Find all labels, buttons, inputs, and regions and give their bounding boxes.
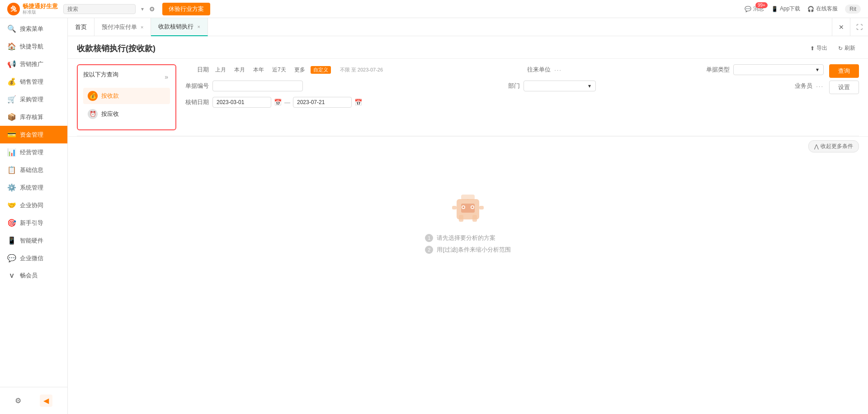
sidebar-item-quick-nav[interactable]: 🏠 快捷导航 bbox=[0, 38, 67, 55]
sidebar-label-marketing: 营销推广 bbox=[20, 60, 43, 68]
last-month-btn[interactable]: 上月 bbox=[212, 65, 229, 75]
tab-writeoff[interactable]: 收款核销执行 × bbox=[151, 18, 208, 36]
filter-receivable-label: 按应收 bbox=[101, 110, 119, 118]
start-cal-icon[interactable]: 📅 bbox=[274, 99, 282, 106]
headset-icon: 🎧 bbox=[807, 6, 814, 12]
industry-btn[interactable]: 休验行业方案 bbox=[162, 3, 210, 15]
tip-text-2: 用[过滤]条件来缩小分析范围 bbox=[437, 246, 510, 254]
doc-no-input[interactable] bbox=[212, 81, 303, 91]
collapse-more-btn[interactable]: ⋀ 收起更多条件 bbox=[808, 140, 859, 152]
filter-query-panel: 按以下方查询 » 💰 按收款 ⏰ 按应收 bbox=[77, 64, 176, 130]
chevron-down-icon[interactable]: ▾ bbox=[141, 6, 144, 12]
main-layout: 🔍 搜索菜单 🏠 快捷导航 📢 营销推广 💰 销售管理 🛒 采购管理 📦 bbox=[0, 18, 868, 414]
enterprise-icon: 🤝 bbox=[7, 201, 16, 209]
empty-illustration bbox=[445, 183, 491, 228]
online-service-btn[interactable]: 🎧 在线客服 bbox=[807, 5, 838, 13]
this-month-btn[interactable]: 本月 bbox=[231, 65, 248, 75]
sidebar-label-hardware: 智能硬件 bbox=[20, 237, 43, 245]
app-download-btn[interactable]: 📱 App下载 bbox=[771, 5, 800, 13]
tab-home-label: 首页 bbox=[75, 23, 87, 31]
filter-panel-collapse-btn[interactable]: » bbox=[163, 71, 170, 82]
salesperson-label: 业务员 bbox=[785, 82, 812, 90]
page-header: 收款核销执行(按收款) ⬆ 导出 ↻ 刷新 bbox=[68, 36, 868, 59]
this-year-btn[interactable]: 本年 bbox=[250, 65, 267, 75]
tip-num-2: 2 bbox=[425, 246, 433, 254]
more-btn[interactable]: 更多 bbox=[292, 65, 308, 75]
dept-select[interactable]: ▾ bbox=[524, 81, 596, 91]
username-label: Rit bbox=[849, 6, 856, 12]
sidebar-item-enterprise[interactable]: 🤝 企业协同 bbox=[0, 196, 67, 214]
message-badge: 99+ bbox=[755, 2, 768, 8]
sidebar-item-basic-info[interactable]: 📋 基础信息 bbox=[0, 161, 67, 179]
message-btn[interactable]: 💬 消息 99+ bbox=[745, 5, 764, 13]
settings-icon[interactable]: ⚙ bbox=[149, 5, 155, 13]
sidebar-item-hardware[interactable]: 📱 智能硬件 bbox=[0, 232, 67, 249]
tab-prepay-close[interactable]: × bbox=[141, 24, 143, 30]
sidebar-item-purchase[interactable]: 🛒 采购管理 bbox=[0, 90, 67, 108]
empty-tip-1: 1 请先选择要分析的方案 bbox=[425, 234, 510, 242]
sidebar-label-wechat: 企业微信 bbox=[20, 254, 43, 262]
close-all-btn[interactable]: ✕ bbox=[832, 18, 850, 36]
page-header-actions: ⬆ 导出 ↻ 刷新 bbox=[807, 43, 859, 54]
app-download-icon: 📱 bbox=[771, 6, 778, 12]
doc-type-select[interactable]: ▾ bbox=[733, 64, 824, 75]
topbar-right: 💬 消息 99+ 📱 App下载 🎧 在线客服 Rit bbox=[745, 5, 861, 14]
app-logo: 兔 畅捷通好生意 标准版 bbox=[7, 3, 58, 15]
writeoff-end-date[interactable]: 2023-07-21 bbox=[293, 97, 352, 108]
setting-btn[interactable]: 设置 bbox=[829, 81, 859, 94]
sidebar-label-member: 畅会员 bbox=[20, 271, 38, 280]
writeoff-date-label: 核销日期 bbox=[182, 98, 209, 106]
svg-rect-6 bbox=[459, 215, 463, 222]
topbar-search-input[interactable] bbox=[63, 4, 136, 14]
tab-prepay-label: 预付冲应付单 bbox=[102, 23, 137, 31]
last-7days-btn[interactable]: 近7天 bbox=[269, 65, 289, 75]
sidebar-item-guide[interactable]: 🎯 新手引导 bbox=[0, 214, 67, 232]
doc-no-filter-item: 单据编号 bbox=[182, 81, 303, 91]
filter-right: 日期 上月 本月 本年 近7天 更多 自定义 bbox=[182, 64, 859, 130]
export-icon: ⬆ bbox=[810, 45, 815, 52]
tab-writeoff-close[interactable]: × bbox=[197, 24, 200, 29]
svg-rect-9 bbox=[479, 206, 484, 209]
sidebar-item-marketing[interactable]: 📢 营销推广 bbox=[0, 55, 67, 73]
sidebar-label-enterprise: 企业协同 bbox=[20, 201, 43, 209]
writeoff-date-range: 2023-03-01 📅 — 2023-07-21 📅 bbox=[212, 97, 362, 108]
end-cal-icon[interactable]: 📅 bbox=[354, 99, 362, 106]
tab-home[interactable]: 首页 bbox=[68, 18, 94, 36]
sidebar-item-member[interactable]: V 畅会员 bbox=[0, 267, 67, 284]
sidebar-item-system[interactable]: ⚙️ 系统管理 bbox=[0, 179, 67, 196]
query-btn[interactable]: 查询 bbox=[829, 64, 859, 78]
partner-label: 往来单位 bbox=[524, 66, 551, 74]
sidebar-item-inventory[interactable]: 📦 库存核算 bbox=[0, 108, 67, 126]
sidebar-item-search-menu[interactable]: 🔍 搜索菜单 bbox=[0, 20, 67, 38]
tip-text-1: 请先选择要分析的方案 bbox=[437, 234, 495, 242]
sidebar-item-sales[interactable]: 💰 销售管理 bbox=[0, 73, 67, 90]
writeoff-start-date[interactable]: 2023-03-01 bbox=[212, 97, 271, 108]
partner-select-dots[interactable]: ··· bbox=[554, 67, 562, 73]
filter-by-receipt[interactable]: 💰 按收款 bbox=[83, 88, 170, 104]
sidebar-item-finance[interactable]: 💳 资金管理 bbox=[0, 126, 67, 143]
refresh-btn[interactable]: ↻ 刷新 bbox=[835, 43, 859, 54]
system-icon: ⚙️ bbox=[7, 183, 16, 192]
expand-btn[interactable]: ⛶ bbox=[850, 18, 868, 36]
sidebar-item-operations[interactable]: 📊 经营管理 bbox=[0, 143, 67, 161]
tab-writeoff-label: 收款核销执行 bbox=[158, 23, 193, 31]
user-avatar[interactable]: Rit bbox=[845, 5, 861, 14]
tabbar: 首页 预付冲应付单 × 收款核销执行 × ✕ ⛶ bbox=[68, 18, 868, 36]
collapse-more-label: 收起更多条件 bbox=[821, 143, 853, 150]
tab-prepay[interactable]: 预付冲应付单 × bbox=[94, 18, 151, 36]
filter-by-receivable[interactable]: ⏰ 按应收 bbox=[83, 106, 170, 122]
doc-type-label: 单据类型 bbox=[703, 66, 730, 74]
marketing-icon: 📢 bbox=[7, 60, 16, 68]
operations-icon: 📊 bbox=[7, 148, 16, 157]
app-version: 标准版 bbox=[23, 10, 58, 15]
empty-tips: 1 请先选择要分析的方案 2 用[过滤]条件来缩小分析范围 bbox=[425, 234, 510, 254]
collapse-sidebar-icon[interactable]: ◀ bbox=[40, 395, 52, 407]
salesperson-dots[interactable]: ··· bbox=[816, 83, 824, 90]
bottom-settings-icon[interactable]: ⚙ bbox=[15, 396, 21, 405]
salesperson-filter-item: 业务员 ··· bbox=[785, 82, 824, 90]
dept-label: 部门 bbox=[493, 82, 520, 90]
filter-left-panel: 按以下方查询 » 💰 按收款 ⏰ 按应收 bbox=[77, 64, 176, 130]
sidebar-bottom: ⚙ ◀ bbox=[0, 387, 67, 414]
export-btn[interactable]: ⬆ 导出 bbox=[807, 43, 831, 54]
sidebar-item-wechat[interactable]: 💬 企业微信 bbox=[0, 249, 67, 267]
